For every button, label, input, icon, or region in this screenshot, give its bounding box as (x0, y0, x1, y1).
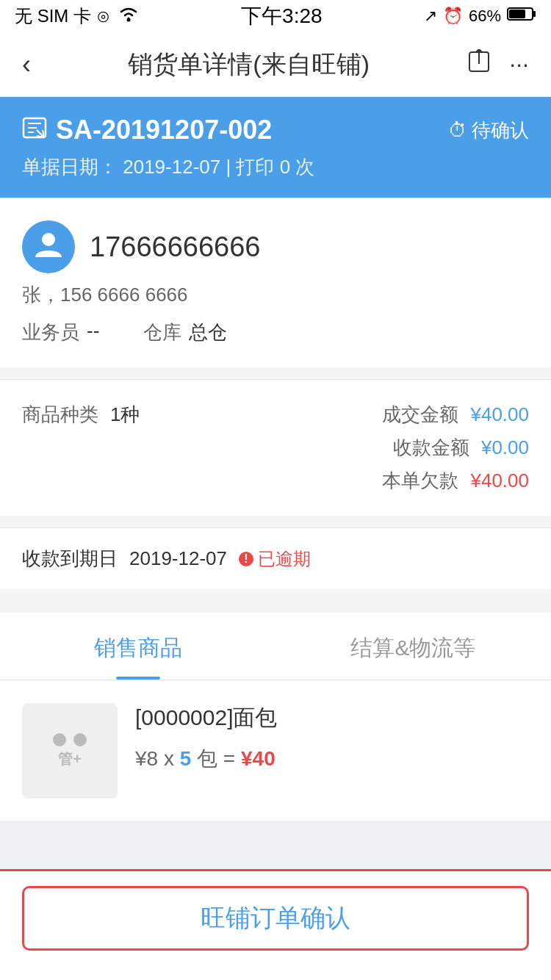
status-right: ↗ ⏰ 66% (424, 6, 536, 26)
customer-section: 17666666666 张，156 6666 6666 业务员 -- 仓库 总仓 (0, 198, 551, 367)
order-date-value: 2019-12-07 (123, 156, 220, 178)
owl-eyes (53, 733, 87, 746)
overdue-badge: ! 已逾期 (239, 547, 311, 571)
overdue-text: 已逾期 (258, 547, 311, 571)
nav-actions: ··· (467, 49, 529, 80)
customer-avatar (22, 220, 75, 273)
more-icon[interactable]: ··· (509, 51, 529, 78)
order-header-card: SA-20191207-002 ⏱ 待确认 单据日期： 2019-12-07 |… (0, 97, 551, 198)
owed-amount-label: 本单欠款 (382, 468, 458, 494)
received-amount-label: 收款金额 (393, 435, 469, 461)
total-price: ¥40 (241, 747, 276, 770)
warehouse-item: 仓库 总仓 (143, 320, 227, 345)
owl-text: 管+ (58, 749, 82, 769)
status-clock-icon: ⏱ (448, 119, 467, 142)
received-amount-value: ¥0.00 (481, 436, 529, 459)
product-list: 管+ [0000002]面包 ¥8 x 5 包 = ¥40 (0, 681, 551, 821)
customer-meta: 业务员 -- 仓库 总仓 (22, 320, 529, 345)
order-id-text: SA-20191207-002 (56, 115, 272, 145)
customer-name: 张，156 6666 6666 (22, 282, 529, 308)
order-date-row: 单据日期： 2019-12-07 | 打印 0 次 (22, 154, 529, 180)
wifi-icon (118, 6, 140, 26)
product-types: 商品种类 1种 (22, 402, 140, 428)
order-print-info: | 打印 0 次 (226, 156, 314, 178)
warehouse-value: 总仓 (189, 320, 227, 345)
price-x: x (164, 747, 180, 770)
salesman-value: -- (87, 320, 99, 345)
product-price: ¥8 x 5 包 = ¥40 (135, 745, 529, 773)
svg-point-0 (126, 18, 130, 22)
product-types-value: 1种 (110, 402, 140, 428)
due-date-label: 收款到期日 (22, 546, 118, 572)
order-date-label: 单据日期： (22, 156, 118, 178)
product-item: 管+ [0000002]面包 ¥8 x 5 包 = ¥40 (0, 681, 551, 821)
customer-phone-number: 17666666666 (90, 231, 260, 263)
order-id-icon (22, 115, 47, 145)
order-header-top: SA-20191207-002 ⏱ 待确认 (22, 115, 529, 145)
tab-sales-products[interactable]: 销售商品 (0, 613, 276, 680)
product-logo: 管+ (53, 733, 87, 769)
transaction-amount-value: ¥40.00 (470, 403, 529, 426)
confirm-order-label: 旺铺订单确认 (201, 901, 350, 935)
product-image: 管+ (22, 703, 118, 799)
svg-rect-3 (509, 10, 525, 18)
owed-amount-item: 本单欠款 ¥40.00 (382, 468, 529, 494)
sim-label: 无 SIM 卡 ⊙ (15, 4, 110, 28)
tab-settlement-label: 结算&物流等 (350, 635, 475, 660)
received-amount-item: 收款金额 ¥0.00 (393, 435, 529, 461)
quantity: 5 (180, 747, 192, 770)
status-left: 无 SIM 卡 ⊙ (15, 4, 140, 28)
owed-amount-value: ¥40.00 (470, 469, 529, 492)
tabs-section: 销售商品 结算&物流等 (0, 613, 551, 680)
share-icon[interactable] (467, 49, 491, 80)
order-status: ⏱ 待确认 (448, 118, 529, 143)
stats-row: 商品种类 1种 成交金额 ¥40.00 收款金额 ¥0.00 本单欠款 ¥40.… (22, 402, 529, 494)
unit: 包 (197, 747, 217, 770)
tab-sales-label: 销售商品 (94, 635, 182, 660)
svg-rect-2 (533, 11, 536, 17)
overdue-dot-icon: ! (239, 552, 253, 566)
order-id-row: SA-20191207-002 (22, 115, 272, 145)
amount-stats: 成交金额 ¥40.00 收款金额 ¥0.00 本单欠款 ¥40.00 (382, 402, 529, 494)
customer-phone-row: 17666666666 (22, 220, 529, 273)
product-info: [0000002]面包 ¥8 x 5 包 = ¥40 (135, 703, 529, 773)
status-time: 下午3:28 (241, 2, 323, 30)
salesman-item: 业务员 -- (22, 320, 99, 345)
equals: = (223, 747, 241, 770)
alarm-icon: ⏰ (443, 7, 463, 26)
product-types-label: 商品种类 (22, 402, 98, 428)
confirm-order-button[interactable]: 旺铺订单确认 (22, 886, 529, 951)
transaction-amount-label: 成交金额 (382, 402, 458, 428)
back-button[interactable]: ‹ (22, 49, 31, 80)
warehouse-label: 仓库 (143, 320, 181, 345)
owl-eye-left (53, 733, 66, 746)
battery-level: 66% (469, 7, 501, 26)
location-icon: ↗ (424, 7, 437, 26)
bottom-bar: 旺铺订单确认 (0, 869, 551, 980)
status-bar: 无 SIM 卡 ⊙ 下午3:28 ↗ ⏰ 66% (0, 0, 551, 32)
stats-section: 商品种类 1种 成交金额 ¥40.00 收款金额 ¥0.00 本单欠款 ¥40.… (0, 380, 551, 516)
svg-point-10 (42, 233, 55, 246)
due-date-section: 收款到期日 2019-12-07 ! 已逾期 (0, 528, 551, 589)
due-date-value: 2019-12-07 (129, 547, 227, 570)
tab-settlement-logistics[interactable]: 结算&物流等 (276, 613, 551, 680)
owl-eye-right (73, 733, 87, 746)
nav-bar: ‹ 销货单详情(来自旺铺) ··· (0, 32, 551, 97)
person-icon (32, 228, 65, 267)
page-title: 销货单详情(来自旺铺) (128, 48, 370, 82)
section-divider (0, 601, 551, 613)
unit-price: ¥8 (135, 747, 158, 770)
product-name: [0000002]面包 (135, 703, 529, 733)
transaction-amount-item: 成交金额 ¥40.00 (382, 402, 529, 428)
salesman-label: 业务员 (22, 320, 79, 345)
battery-icon (507, 6, 536, 26)
tabs-row: 销售商品 结算&物流等 (0, 613, 551, 680)
status-text: 待确认 (472, 118, 529, 143)
